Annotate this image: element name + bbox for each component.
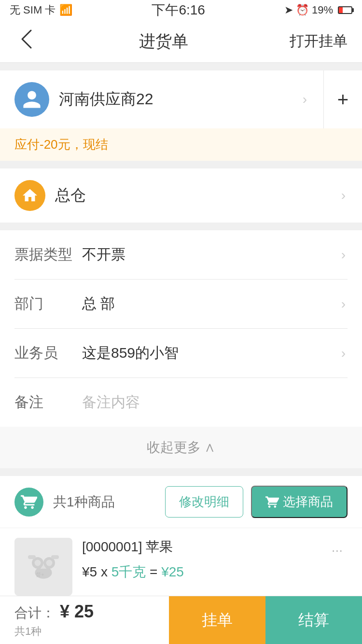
equals-sign: = <box>150 564 161 579</box>
salesperson-label: 业务员 <box>14 343 82 363</box>
salesperson-row[interactable]: 业务员 这是859的小智 › <box>0 329 362 378</box>
remarks-value: 备注内容 <box>82 392 348 412</box>
select-product-button[interactable]: 选择商品 <box>251 486 348 518</box>
form-section: 票据类型 不开票 › 部门 总 部 › 业务员 这是859的小智 › 备注 备注… <box>0 230 362 427</box>
supplier-name: 河南供应商22 <box>59 89 303 110</box>
warehouse-icon <box>14 180 45 211</box>
product-thumbnail: 督+ <box>14 538 72 596</box>
supplier-row[interactable]: 河南供应商22 › + <box>0 70 362 128</box>
department-label: 部门 <box>14 294 82 314</box>
product-more-button[interactable]: ··· <box>327 538 348 563</box>
product-title: 苹果 <box>146 539 173 554</box>
warehouse-selector[interactable]: 总仓 › <box>0 168 362 223</box>
divider-2 <box>0 223 362 230</box>
page-title: 进货单 <box>139 30 188 53</box>
product-info: [0000001] 苹果 ¥5 x 5千克 = ¥25 <box>82 538 327 581</box>
select-product-icon <box>265 495 279 509</box>
status-bar-time: 下午6:16 <box>152 1 205 19</box>
settle-button[interactable]: 结算 <box>265 596 362 644</box>
unit-price: ¥5 x <box>82 564 111 579</box>
add-icon: + <box>337 89 348 111</box>
status-bar-left: 无 SIM 卡 📶 <box>10 3 72 17</box>
product-price: ¥5 x 5千克 = ¥25 <box>82 563 327 581</box>
svg-text:督+: 督+ <box>36 572 44 577</box>
products-icon <box>14 488 43 517</box>
product-name: [0000001] 苹果 <box>82 538 327 556</box>
modify-detail-button[interactable]: 修改明细 <box>165 486 243 518</box>
remarks-row[interactable]: 备注 备注内容 <box>0 378 362 427</box>
warehouse-chevron-icon: › <box>341 188 346 203</box>
invoice-chevron-icon: › <box>341 247 346 263</box>
invoice-type-value: 不开票 <box>82 245 341 265</box>
alarm-icon: ⏰ <box>296 4 309 16</box>
supplier-selector[interactable]: 河南供应商22 › <box>0 70 323 128</box>
product-item: 督+ [0000001] 苹果 ¥5 x 5千克 = ¥25 ··· <box>0 528 362 605</box>
warehouse-section: 总仓 › <box>0 168 362 223</box>
divider-1 <box>0 161 362 168</box>
status-bar-right: ➤ ⏰ 19% <box>284 4 352 16</box>
total-label: 合计： <box>14 604 55 622</box>
wifi-icon: 📶 <box>59 4 72 16</box>
supplier-section: 河南供应商22 › + 应付-20元，现结 <box>0 70 362 161</box>
total-amount-row: 合计： ¥ 25 <box>14 602 154 622</box>
battery-percent: 19% <box>312 4 333 16</box>
total-count: 共1种 <box>14 624 154 639</box>
svg-rect-6 <box>28 555 36 559</box>
bottom-bar: 合计： ¥ 25 共1种 挂单 结算 <box>0 596 362 644</box>
product-placeholder-icon: 督+ <box>24 547 63 586</box>
products-header: 共1种商品 修改明细 选择商品 <box>0 476 362 528</box>
products-count: 共1种商品 <box>53 493 165 511</box>
svg-point-2 <box>35 560 41 566</box>
department-row[interactable]: 部门 总 部 › <box>0 280 362 328</box>
department-chevron-icon: › <box>341 296 346 312</box>
svg-rect-7 <box>51 555 59 559</box>
subtotal: ¥25 <box>161 564 184 579</box>
invoice-type-label: 票据类型 <box>14 245 82 265</box>
hang-button[interactable]: 挂单 <box>169 596 265 644</box>
salesperson-chevron-icon: › <box>341 346 346 361</box>
status-bar: 无 SIM 卡 📶 下午6:16 ➤ ⏰ 19% <box>0 0 362 20</box>
salesperson-value: 这是859的小智 <box>82 343 341 363</box>
remarks-label: 备注 <box>14 392 82 412</box>
sim-status: 无 SIM 卡 <box>10 3 56 17</box>
payment-notice: 应付-20元，现结 <box>0 128 362 161</box>
nav-bar: 进货单 打开挂单 <box>0 20 362 63</box>
divider-3 <box>0 468 362 476</box>
open-pending-button[interactable]: 打开挂单 <box>290 31 348 51</box>
quantity: 5千克 <box>111 564 146 579</box>
products-section: 共1种商品 修改明细 选择商品 督+ <box>0 476 362 605</box>
add-supplier-button[interactable]: + <box>323 70 362 128</box>
product-code: [0000001] <box>82 539 146 554</box>
select-product-label: 选择商品 <box>283 493 333 510</box>
top-divider <box>0 63 362 70</box>
supplier-chevron-icon: › <box>303 92 307 107</box>
battery-icon <box>338 6 352 14</box>
total-value: ¥ 25 <box>60 602 94 622</box>
invoice-type-row[interactable]: 票据类型 不开票 › <box>0 230 362 279</box>
supplier-avatar <box>14 82 49 117</box>
back-button[interactable] <box>14 24 38 59</box>
collapse-button[interactable]: 收起更多 ∧ <box>0 427 362 468</box>
location-icon: ➤ <box>284 4 293 16</box>
total-section: 合计： ¥ 25 共1种 <box>0 602 169 639</box>
warehouse-name: 总仓 <box>55 185 341 206</box>
department-value: 总 部 <box>82 294 341 314</box>
svg-point-3 <box>46 560 53 566</box>
